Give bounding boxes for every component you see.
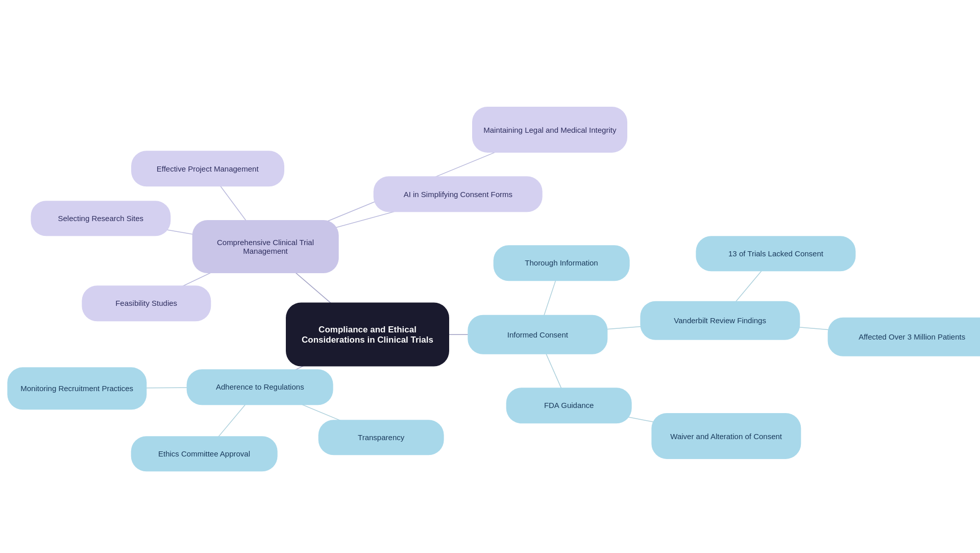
node-selecting-research[interactable]: Selecting Research Sites [31,201,170,236]
node-transparency[interactable]: Transparency [318,420,444,455]
node-thorough-info[interactable]: Thorough Information [494,245,630,280]
node-monitoring[interactable]: Monitoring Recruitment Practices [7,367,146,410]
node-informed-consent[interactable]: Informed Consent [468,315,607,354]
node-fda-guidance[interactable]: FDA Guidance [506,388,632,423]
mind-map-container: Compliance and Ethical Considerations in… [0,0,980,553]
node-ethics[interactable]: Ethics Committee Approval [131,436,278,471]
node-maintaining-legal[interactable]: Maintaining Legal and Medical Integrity [472,107,627,153]
node-waiver[interactable]: Waiver and Alteration of Consent [651,413,801,459]
node-affected[interactable]: Affected Over 3 Million Patients [827,317,980,356]
node-effective-project[interactable]: Effective Project Management [131,151,284,186]
node-adherence[interactable]: Adherence to Regulations [187,369,333,404]
node-center[interactable]: Compliance and Ethical Considerations in… [286,303,449,367]
node-feasibility[interactable]: Feasibility Studies [82,286,211,321]
node-13-trials[interactable]: 13 of Trials Lacked Consent [696,236,855,271]
node-vanderbilt[interactable]: Vanderbilt Review Findings [640,301,800,340]
node-ai-simplifying[interactable]: AI in Simplifying Consent Forms [374,177,543,212]
node-comprehensive[interactable]: Comprehensive Clinical Trial Management [192,220,339,273]
